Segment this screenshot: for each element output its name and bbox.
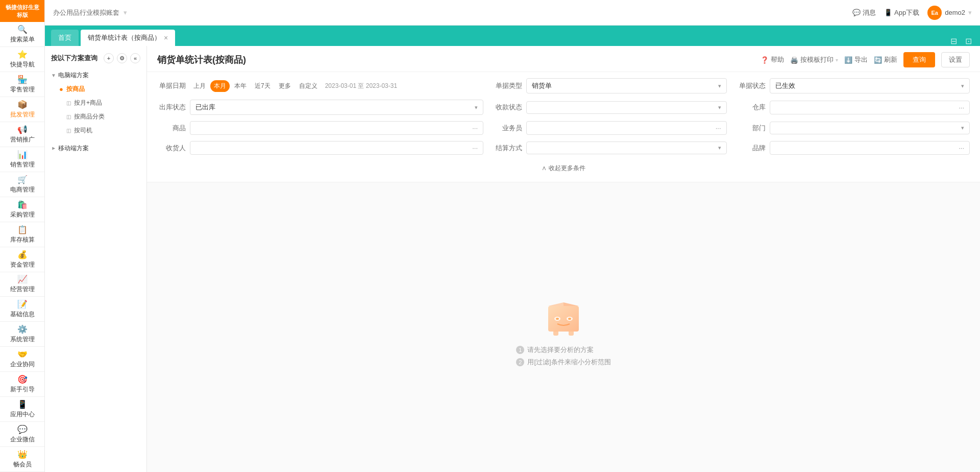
help-button[interactable]: ❓ 帮助 <box>761 55 784 64</box>
export-icon: ⬇️ <box>844 56 852 64</box>
empty-state: 1 请先选择要分析的方案 2 用[过滤]条件来缩小分析范围 <box>516 288 610 367</box>
filter-product: 商品 ··· <box>157 121 483 135</box>
settlement-control[interactable]: ▾ <box>526 141 726 154</box>
sidebar-icon-member: 👑 <box>17 450 28 459</box>
tab-maximize-button[interactable]: ⊡ <box>963 36 974 46</box>
settings-button[interactable]: 设置 <box>941 52 970 67</box>
tab-home[interactable]: 首页 <box>51 30 79 46</box>
tab-active[interactable]: 销货单统计表（按商品） × <box>81 30 175 46</box>
dept-control[interactable]: ▾ <box>770 122 970 134</box>
brand-label: 品牌 <box>737 144 766 153</box>
shortcut-this-month[interactable]: 本月 <box>210 80 230 92</box>
shortcut-7days[interactable]: 近7天 <box>251 80 274 92</box>
filter-brand: 品牌 ··· <box>737 141 970 155</box>
query-button[interactable]: 查询 <box>903 52 935 67</box>
warehouse-dots-icon: ··· <box>959 104 964 111</box>
sidebar-item-wholesale[interactable]: 📦批发管理 <box>0 97 44 122</box>
filter-row-1: 单据日期 上月 本月 本年 近7天 更多 自定义 2023-03-01 至 20… <box>157 78 970 93</box>
sidebar-item-finance[interactable]: 💰资金管理 <box>0 247 44 272</box>
tree-item-by-category[interactable]: ◫ 按商品分类 <box>45 110 146 124</box>
collapse-filter-button[interactable]: ∧ 收起更多条件 <box>157 161 970 176</box>
tree-group-pc: ▼ 电脑端方案 ● 按商品 ◫ 按月+商品 ◫ 按商品分类 ◫ 按司机 <box>45 66 146 139</box>
sidebar-item-ecommerce[interactable]: 🛒电商管理 <box>0 172 44 197</box>
user-avatar: Ea <box>927 6 942 20</box>
refresh-label: 刷新 <box>884 55 897 64</box>
tree-group-mobile: ▼ 移动端方案 <box>45 139 146 157</box>
settlement-label: 结算方式 <box>494 144 522 153</box>
receiver-dots-icon: ··· <box>472 144 478 152</box>
sidebar-item-system[interactable]: ⚙️系统管理 <box>0 322 44 347</box>
filter-row-2: 出库状态 已出库 ▾ 收款状态 ▾ 仓库 <box>157 100 970 115</box>
sidebar-item-operations[interactable]: 📈经营管理 <box>0 272 44 297</box>
print-chevron: ▾ <box>836 57 838 63</box>
panel-actions: + ⚙ « <box>104 53 140 63</box>
tree-group-mobile-label: 移动端方案 <box>58 144 89 153</box>
sidebar-item-quick[interactable]: ⭐快捷导航 <box>0 47 44 72</box>
panel-settings-button[interactable]: ⚙ <box>117 53 127 63</box>
sidebar-item-marketing[interactable]: 📢营销推广 <box>0 122 44 147</box>
sidebar-item-guide[interactable]: 🎯新手引导 <box>0 372 44 397</box>
tree-item-icon-category: ◫ <box>66 114 71 120</box>
product-control[interactable]: ··· <box>190 121 483 135</box>
sidebar-item-retail[interactable]: 🏪零售管理 <box>0 72 44 97</box>
tree-item-by-product[interactable]: ● 按商品 <box>45 82 146 96</box>
messages-button[interactable]: 💬 消息 <box>852 8 876 17</box>
brand-control[interactable]: ··· <box>770 141 970 155</box>
collect-arrow-icon: ▾ <box>718 104 721 111</box>
filter-row-4: 收货人 ··· 结算方式 ▾ 品牌 <box>157 141 970 155</box>
tab-bar: 首页 销货单统计表（按商品） × ⊟ ⊡ <box>45 26 980 46</box>
collect-status-control[interactable]: ▾ <box>526 101 726 114</box>
print-icon: 🖨️ <box>790 56 798 64</box>
refresh-button[interactable]: 🔄 刷新 <box>874 55 897 64</box>
tree-item-by-month-product[interactable]: ◫ 按月+商品 <box>45 96 146 110</box>
tree-group-pc-header[interactable]: ▼ 电脑端方案 <box>45 68 146 82</box>
sidebar-item-wechat[interactable]: 💬企业微信 <box>0 422 44 447</box>
template-print-button[interactable]: 🖨️ 按模板打印 ▾ <box>790 55 838 64</box>
panel-add-button[interactable]: + <box>104 53 114 63</box>
empty-tips: 1 请先选择要分析的方案 2 用[过滤]条件来缩小分析范围 <box>516 345 610 367</box>
receiver-control[interactable]: ··· <box>190 141 483 155</box>
sidebar-item-cooperation[interactable]: 🤝企业协同 <box>0 347 44 372</box>
user-profile[interactable]: Ea demo2 ▾ <box>927 6 972 20</box>
sidebar-label-retail: 零售管理 <box>10 85 35 94</box>
product-dots-icon: ··· <box>472 124 478 132</box>
staff-control[interactable]: ··· <box>526 121 726 135</box>
shortcut-last-month[interactable]: 上月 <box>190 80 209 92</box>
topbar-chevron: ▾ <box>124 9 127 16</box>
staff-label: 业务员 <box>494 124 522 133</box>
active-tab-label: 销货单统计表（按商品） <box>88 33 161 42</box>
shortcut-more[interactable]: 更多 <box>275 80 295 92</box>
sidebar-item-sales[interactable]: 📊销售管理 <box>0 147 44 172</box>
date-filter-control: 上月 本月 本年 近7天 更多 自定义 2023-03-01 至 2023-03… <box>190 80 483 92</box>
shortcut-custom[interactable]: 自定义 <box>296 80 321 92</box>
export-button[interactable]: ⬇️ 导出 <box>844 55 868 64</box>
sidebar-item-member[interactable]: 👑畅会员 <box>0 447 44 472</box>
filter-settlement: 结算方式 ▾ <box>494 141 726 154</box>
filter-type: 单据类型 销货单 ▾ <box>494 78 726 93</box>
sidebar-item-basic[interactable]: 📝基础信息 <box>0 297 44 322</box>
shortcut-this-year[interactable]: 本年 <box>231 80 250 92</box>
panel-collapse-button[interactable]: « <box>130 53 140 63</box>
warehouse-control[interactable]: ··· <box>770 101 970 114</box>
sidebar: 畅捷信好生意 标版 🔍搜索菜单⭐快捷导航🏪零售管理📦批发管理📢营销推广📊销售管理… <box>0 0 45 472</box>
sidebar-item-search[interactable]: 🔍搜索菜单 <box>0 22 44 47</box>
tab-close-button[interactable]: × <box>164 34 168 41</box>
help-label: 帮助 <box>771 55 784 64</box>
app-download-button[interactable]: 📱 App下载 <box>884 8 919 17</box>
type-control[interactable]: 销货单 ▾ <box>526 78 726 93</box>
out-status-control[interactable]: 已出库 ▾ <box>190 100 483 115</box>
sidebar-item-purchase[interactable]: 🛍️采购管理 <box>0 197 44 222</box>
tree-item-by-cashier[interactable]: ◫ 按司机 <box>45 124 146 137</box>
filter-date: 单据日期 上月 本月 本年 近7天 更多 自定义 2023-03-01 至 20… <box>157 80 483 92</box>
tabbar-right: ⊟ ⊡ <box>948 36 974 46</box>
sidebar-item-inventory[interactable]: 📋库存核算 <box>0 222 44 247</box>
svg-point-3 <box>556 318 559 320</box>
svg-rect-0 <box>548 306 579 332</box>
tree-group-mobile-header[interactable]: ▼ 移动端方案 <box>45 141 146 155</box>
sidebar-item-apps[interactable]: 📱应用中心 <box>0 397 44 422</box>
tab-minimize-button[interactable]: ⊟ <box>948 36 959 46</box>
tip-num-1: 1 <box>516 346 524 354</box>
bill-status-control[interactable]: 已生效 ▾ <box>770 78 970 93</box>
logo-subtext: 标版 <box>17 11 28 18</box>
sidebar-icon-apps: 📱 <box>17 399 28 409</box>
